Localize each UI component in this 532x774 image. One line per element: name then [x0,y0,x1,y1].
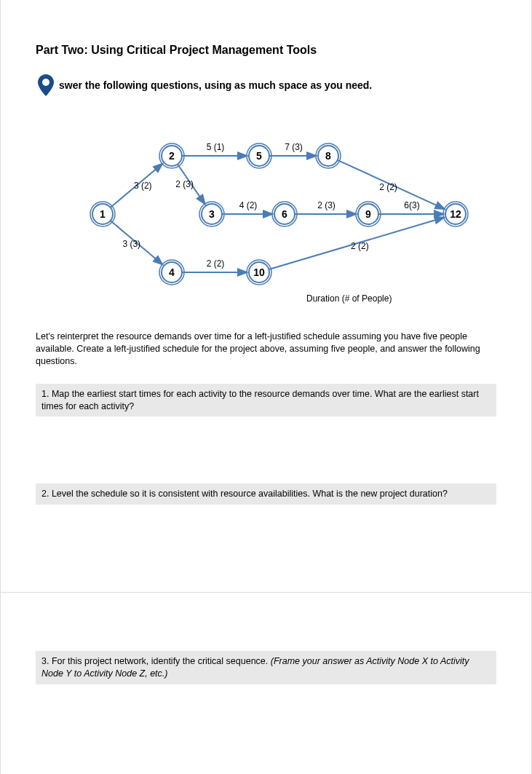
svg-text:2: 2 [169,150,175,162]
question-3-header: 3. For this project network, identify th… [36,651,496,684]
diagram-legend: Duration (# of People) [306,293,392,304]
question-2-header: 2. Level the schedule so it is consisten… [36,483,496,505]
svg-text:5: 5 [256,150,262,162]
edge-label-4-10: 2 (2) [206,258,224,269]
svg-text:1: 1 [100,208,106,220]
node-8: 8 [316,143,341,168]
edge-label-10-12: 2 (2) [351,241,369,251]
edge-label-5-8: 7 (3) [285,142,303,152]
intro-paragraph: Let's reinterpret the resource demands o… [36,331,496,368]
node-5: 5 [247,143,271,168]
network-diagram: 3 (2)3 (3)5 (1)2 (3)4 (2)2 (2)7 (3)2 (3)… [36,119,496,316]
page-break [1,592,531,593]
node-10: 10 [247,260,271,285]
question-3: 3. For this project network, identify th… [36,651,496,699]
document-page: Part Two: Using Critical Project Managem… [0,0,532,774]
edge-label-1-2: 3 (2) [133,181,151,191]
question-1: 1. Map the earliest start times for each… [36,384,496,468]
page-title: Part Two: Using Critical Project Managem… [36,44,496,57]
node-2: 2 [159,143,184,168]
svg-text:10: 10 [253,266,265,278]
question-3-prefix: 3. For this project network, identify th… [41,656,271,666]
svg-text:8: 8 [325,150,331,162]
svg-text:4: 4 [169,266,175,278]
svg-text:12: 12 [450,208,461,220]
edge-label-1-4: 3 (3) [122,239,140,249]
question-2-answer-space [36,505,496,570]
subtitle-text: swer the following questions, using as m… [59,79,372,91]
node-1: 1 [90,202,115,226]
question-1-header: 1. Map the earliest start times for each… [36,384,496,417]
edge-label-9-12: 6(3) [404,200,419,210]
pin-icon [36,73,56,98]
edge-label-8-12: 2 (2) [379,182,397,192]
svg-text:9: 9 [365,208,371,220]
edge-label-2-3: 2 (3) [175,179,194,189]
edge-label-3-6: 4 (2) [239,200,257,210]
question-3-answer-space [36,684,496,699]
svg-text:3: 3 [209,208,215,220]
svg-text:6: 6 [282,208,287,220]
node-12: 12 [443,202,468,226]
content-area: Part Two: Using Critical Project Managem… [1,0,531,744]
question-2: 2. Level the schedule so it is consisten… [36,483,496,570]
edge-label-6-9: 2 (3) [317,200,336,210]
node-9: 9 [356,202,381,226]
edge-label-2-5: 5 (1) [206,142,224,152]
node-3: 3 [199,202,224,226]
subtitle-row: swer the following questions, using as m… [36,73,496,98]
svg-point-0 [42,79,49,86]
node-4: 4 [159,260,184,285]
node-6: 6 [272,202,297,226]
question-1-answer-space [36,416,496,467]
